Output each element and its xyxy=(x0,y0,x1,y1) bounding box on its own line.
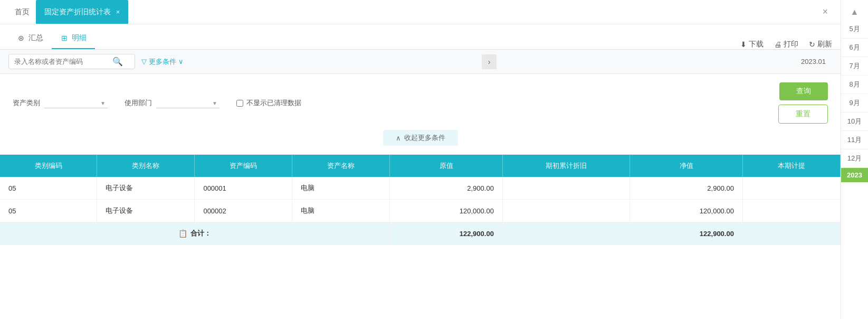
total-accumulated-dep xyxy=(502,222,630,245)
print-label: 打印 xyxy=(784,40,798,49)
detail-icon: ⊞ xyxy=(60,34,69,42)
summary-icon: ⊛ xyxy=(17,34,25,42)
refresh-icon: ↻ xyxy=(809,40,815,49)
tab-summary[interactable]: ⊛ 汇总 xyxy=(8,28,52,49)
department-select-wrap[interactable] xyxy=(156,98,220,108)
month-item-8[interactable]: 8月 xyxy=(841,76,868,94)
table-header-row: 类别编码 类别名称 资产编码 资产名称 原值 期初累计折旧 净值 本期计提 xyxy=(0,155,841,177)
col-asset-code: 资产编码 xyxy=(195,155,292,177)
print-icon: 🖨 xyxy=(774,40,781,49)
total-label-cell: 📋 合计： xyxy=(0,222,390,245)
search-input-wrap[interactable]: 🔍 xyxy=(8,54,135,69)
panel-toggle-button[interactable]: › xyxy=(482,54,497,69)
tab-summary-label: 汇总 xyxy=(28,33,43,43)
filter-actions: 查询 重置 xyxy=(778,82,828,124)
filter-area: 资产类别 使用部门 不显示已清理数据 xyxy=(0,74,841,155)
month-item-7[interactable]: 7月 xyxy=(841,57,868,76)
download-icon: ⬇ xyxy=(740,40,747,49)
query-button[interactable]: 查询 xyxy=(779,82,828,100)
toolbar-right: ⬇ 下载 🖨 打印 ↻ 刷新 xyxy=(740,40,832,49)
table-total-row: 📋 合计： 122,900.00 122,900.00 xyxy=(0,222,841,245)
month-item-6[interactable]: 6月 xyxy=(841,39,868,57)
search-icon: 🔍 xyxy=(112,57,123,67)
total-net-value: 122,900.00 xyxy=(630,222,742,245)
collapse-label: 收起更多条件 xyxy=(404,133,445,143)
col-original-value: 原值 xyxy=(390,155,502,177)
month-item-11[interactable]: 11月 xyxy=(841,131,868,149)
cell-accumulated-dep xyxy=(502,200,630,222)
download-button[interactable]: ⬇ 下载 xyxy=(740,40,764,49)
chevron-right-icon: › xyxy=(488,58,491,66)
filter-icon: ▽ xyxy=(141,58,147,65)
sidebar-up-arrow[interactable]: ▲ xyxy=(841,4,868,20)
month-item-9[interactable]: 9月 xyxy=(841,94,868,112)
print-button[interactable]: 🖨 打印 xyxy=(774,40,798,49)
cell-category-name: 电子设备 xyxy=(97,177,195,200)
search-bar: 🔍 ▽ 更多条件 ∨ › 2023.01 xyxy=(0,50,841,74)
cell-asset-name: 电脑 xyxy=(292,177,390,200)
total-current-dep xyxy=(742,222,840,245)
month-item-12[interactable]: 12月 xyxy=(841,149,868,168)
total-icon: 📋 xyxy=(178,229,187,238)
more-conditions-label: 更多条件 xyxy=(149,57,176,67)
sub-tabs: ⊛ 汇总 ⊞ 明细 ⬇ 下载 🖨 打印 ↻ 刷新 xyxy=(0,24,841,50)
asset-category-select-wrap[interactable] xyxy=(44,98,108,108)
right-sidebar: ▲ 5月 6月 7月 8月 9月 10月 11月 12月 2023 xyxy=(841,0,868,319)
date-display: 2023.01 xyxy=(795,58,832,65)
department-label: 使用部门 xyxy=(125,98,152,108)
chevron-down-icon: ∨ xyxy=(178,58,184,65)
nav-tab-close-icon[interactable]: × xyxy=(116,8,120,16)
hide-cleared-filter: 不显示已清理数据 xyxy=(236,98,301,108)
asset-category-select[interactable] xyxy=(44,98,108,108)
refresh-button[interactable]: ↻ 刷新 xyxy=(809,40,832,49)
tab-detail-label: 明细 xyxy=(72,33,87,43)
cell-asset-name: 电脑 xyxy=(292,200,390,222)
asset-category-filter: 资产类别 xyxy=(13,98,108,108)
table-wrap: 类别编码 类别名称 资产编码 资产名称 原值 期初累计折旧 净值 本期计提 05… xyxy=(0,155,841,319)
download-label: 下载 xyxy=(749,40,764,49)
cell-category-code: 05 xyxy=(0,177,97,200)
top-nav: 首页 固定资产折旧统计表 × × xyxy=(0,0,841,24)
col-category-name: 类别名称 xyxy=(97,155,195,177)
tab-detail[interactable]: ⊞ 明细 xyxy=(52,28,95,49)
col-current-depreciation: 本期计提 xyxy=(742,155,840,177)
col-category-code: 类别编码 xyxy=(0,155,97,177)
reset-button[interactable]: 重置 xyxy=(778,105,828,124)
department-filter: 使用部门 xyxy=(125,98,220,108)
filter-row-1: 资产类别 使用部门 不显示已清理数据 xyxy=(13,82,828,124)
total-original-value: 122,900.00 xyxy=(390,222,502,245)
hide-cleared-label: 不显示已清理数据 xyxy=(246,98,301,108)
cell-asset-code: 000002 xyxy=(195,200,292,222)
cell-category-code: 05 xyxy=(0,200,97,222)
cell-net-value: 120,000.00 xyxy=(630,200,742,222)
refresh-label: 刷新 xyxy=(817,40,832,49)
cell-category-name: 电子设备 xyxy=(97,200,195,222)
cell-original-value: 2,900.00 xyxy=(390,177,502,200)
cell-accumulated-dep xyxy=(502,177,630,200)
nav-tab[interactable]: 固定资产折旧统计表 × xyxy=(36,0,128,24)
month-item-10[interactable]: 10月 xyxy=(841,112,868,131)
total-label-text: 合计： xyxy=(190,229,211,238)
table-row[interactable]: 05 电子设备 000002 电脑 120,000.00 120,000.00 xyxy=(0,200,841,222)
nav-home[interactable]: 首页 xyxy=(8,7,36,17)
hide-cleared-checkbox[interactable] xyxy=(236,100,243,107)
cell-original-value: 120,000.00 xyxy=(390,200,502,222)
collapse-icon: ∧ xyxy=(396,134,401,142)
window-close-button[interactable]: × xyxy=(818,6,832,17)
cell-net-value: 2,900.00 xyxy=(630,177,742,200)
table-row[interactable]: 05 电子设备 000001 电脑 2,900.00 2,900.00 xyxy=(0,177,841,200)
data-table: 类别编码 类别名称 资产编码 资产名称 原值 期初累计折旧 净值 本期计提 05… xyxy=(0,155,841,245)
cell-current-dep xyxy=(742,200,840,222)
cell-asset-code: 000001 xyxy=(195,177,292,200)
asset-category-label: 资产类别 xyxy=(13,98,40,108)
year-badge: 2023 xyxy=(841,168,868,182)
month-item-5[interactable]: 5月 xyxy=(841,20,868,39)
department-select[interactable] xyxy=(156,98,220,108)
col-accumulated-depreciation: 期初累计折旧 xyxy=(502,155,630,177)
collapse-button[interactable]: ∧ 收起更多条件 xyxy=(383,130,458,146)
nav-tab-label: 固定资产折旧统计表 xyxy=(44,7,111,17)
col-net-value: 净值 xyxy=(630,155,742,177)
search-input[interactable] xyxy=(14,58,109,65)
more-conditions-button[interactable]: ▽ 更多条件 ∨ xyxy=(141,57,184,67)
col-asset-name: 资产名称 xyxy=(292,155,390,177)
